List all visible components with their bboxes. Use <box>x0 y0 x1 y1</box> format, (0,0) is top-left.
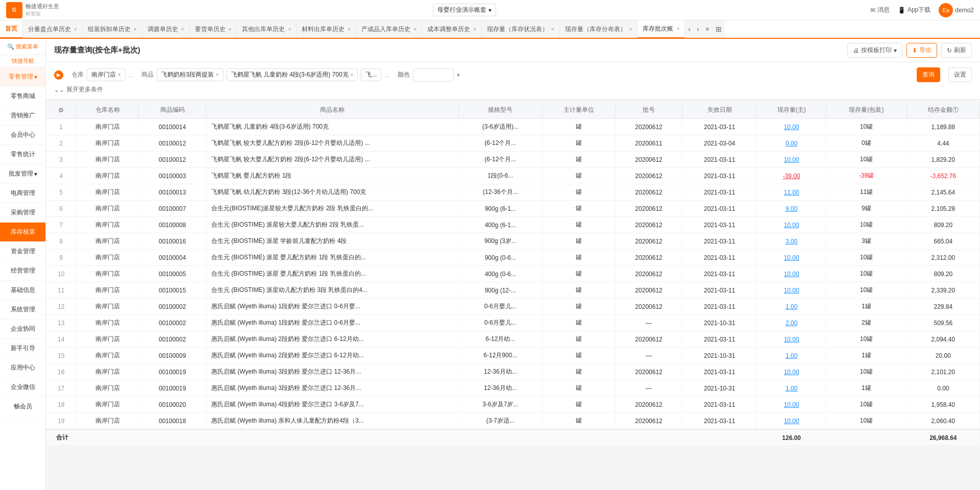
sidebar-item-member[interactable]: 会员中心 <box>0 126 45 145</box>
warehouse-more[interactable]: ... <box>129 72 133 78</box>
row-name: 惠氏启赋 (Wyeth illuma) 亲和人体儿童配方奶粉4段（3... <box>206 413 458 430</box>
tab-close-icon[interactable]: × <box>413 27 416 32</box>
row-amount: 2,145.64 <box>906 184 979 201</box>
tab-close-icon[interactable]: × <box>288 27 291 32</box>
tab-pi-ci[interactable]: 库存批次账 × <box>638 20 685 38</box>
row-qty-pkg: 10罐 <box>826 331 906 348</box>
sidebar-item-purchase[interactable]: 采购管理 <box>0 203 45 223</box>
table-row: 3 南岸门店 00100012 飞鹤星飞帆 较大婴儿配方奶粉 2段(6-12个月… <box>46 152 980 168</box>
tab-chan-pin[interactable]: 产成品入库单历史 × <box>356 20 422 38</box>
tab-next-button[interactable]: › <box>694 20 702 38</box>
col-settings[interactable]: ⚙ <box>46 102 77 119</box>
row-warehouse: 南岸门店 <box>77 266 139 282</box>
refresh-button[interactable]: ↻ 刷新 <box>941 43 972 58</box>
row-qty-main[interactable]: 0.00 <box>757 135 826 152</box>
row-qty-main[interactable]: 10.00 <box>757 413 826 430</box>
sidebar-item-retail-stats[interactable]: 零售统计 <box>0 145 45 164</box>
export-button[interactable]: ⬇ 导出 <box>906 43 937 58</box>
col-unit: 主计量单位 <box>542 102 615 119</box>
tab-fen-pan[interactable]: 分量盘点单历史 × <box>23 20 83 38</box>
row-unit: 罐 <box>542 168 615 184</box>
tab-cai-liao[interactable]: 材料出库单历史 × <box>297 20 356 38</box>
row-qty-main[interactable]: 3.00 <box>757 233 826 250</box>
tab-close-icon[interactable]: × <box>134 27 137 32</box>
expand-more-button[interactable]: ⌄⌄ 展开更多条件 <box>54 85 972 94</box>
row-qty-main[interactable]: -39.00 <box>757 168 826 184</box>
tab-close-icon[interactable]: × <box>229 27 232 32</box>
warehouse-tag-close[interactable]: × <box>118 72 121 78</box>
sidebar-item-member-plus[interactable]: 畅会员 <box>0 397 45 416</box>
app-download-button[interactable]: 📱 App下载 <box>898 6 930 14</box>
tab-close-icon[interactable]: × <box>676 26 679 32</box>
sidebar-item-business[interactable]: 经营管理 <box>0 261 45 281</box>
account-dropdown[interactable]: 母婴行业演示账套 ▾ <box>433 4 496 16</box>
sidebar-quick-nav[interactable]: 快捷导航 <box>0 55 45 67</box>
sidebar-item-wholesale[interactable]: 批发管理 ▾ <box>0 164 45 184</box>
sidebar-item-enterprise-wechat[interactable]: 企业微信 <box>0 378 45 397</box>
row-qty-main[interactable]: 10.00 <box>757 266 826 282</box>
row-name: 飞鹤星飞帆 儿童奶粉 4段(3-6岁适用) 700克 <box>206 119 458 135</box>
tab-close-icon[interactable]: × <box>551 27 554 32</box>
row-qty-main[interactable]: 10.00 <box>757 250 826 266</box>
tab-xian-cun1[interactable]: 现存量（库存状况表） × <box>482 20 560 38</box>
tab-close-icon[interactable]: × <box>181 27 184 32</box>
row-qty-main[interactable]: 10.00 <box>757 152 826 168</box>
row-index: 7 <box>46 217 77 233</box>
tab-zu-chai[interactable]: 组装拆卸单历史 × <box>83 20 142 38</box>
tab-close-icon[interactable]: × <box>629 27 632 32</box>
tab-tiao-bo[interactable]: 调拨单历史 × <box>142 20 190 38</box>
row-qty-main[interactable]: 10.00 <box>757 331 826 348</box>
row-qty-main[interactable]: 10.00 <box>757 282 826 299</box>
tab-home[interactable]: 首页 <box>0 20 23 38</box>
tab-close-all-button[interactable]: × <box>702 20 713 38</box>
sidebar-item-base-info[interactable]: 基础信息 <box>0 281 45 300</box>
row-name: 惠氏启赋 (Wyeth illuma) 1段奶粉 爱尔兰进口 0-6月婴... <box>206 299 458 315</box>
goods-tag-1-close[interactable]: × <box>216 72 219 78</box>
settings-button[interactable]: 设置 <box>948 67 972 82</box>
tab-xian-cun2[interactable]: 现存量（库存分布表） × <box>560 20 638 38</box>
sidebar-item-system[interactable]: 系统管理 <box>0 300 45 320</box>
goods-more[interactable]: ... <box>384 72 389 78</box>
print-button[interactable]: 🖨 按模板打印 ▾ <box>847 43 902 58</box>
row-qty-main[interactable]: 2.00 <box>757 315 826 331</box>
tab-qi-ta[interactable]: 其他出库单历史 × <box>237 20 297 38</box>
row-qty-main[interactable]: 10.00 <box>757 119 826 135</box>
tab-menu-button[interactable]: ⊞ <box>713 20 725 38</box>
sidebar-item-finance[interactable]: 资金管理 <box>0 242 45 261</box>
row-qty-main[interactable]: 11.00 <box>757 184 826 201</box>
row-qty-main[interactable]: 10.00 <box>757 397 826 413</box>
tab-prev-button[interactable]: ‹ <box>685 20 694 38</box>
tab-yao-huo[interactable]: 要货单历史 × <box>190 20 237 38</box>
row-qty-main[interactable]: 9.00 <box>757 201 826 217</box>
row-qty-main[interactable]: 1.00 <box>757 348 826 364</box>
row-qty-main[interactable]: 1.00 <box>757 299 826 315</box>
message-button[interactable]: ✉ 消息 <box>870 6 890 14</box>
row-qty-main[interactable]: 1.00 <box>757 380 826 397</box>
sidebar-search[interactable]: 🔍 搜索菜单 <box>0 39 45 55</box>
goods-tag-2-close[interactable]: × <box>351 72 354 78</box>
sidebar-item-app-center[interactable]: 应用中心 <box>0 358 45 378</box>
color-dropdown-icon[interactable]: ▾ <box>457 71 460 79</box>
query-button[interactable]: 查询 <box>917 67 940 82</box>
sidebar-item-ecommerce[interactable]: 电商管理 <box>0 184 45 203</box>
sidebar-item-marketing[interactable]: 营销推广 <box>0 106 45 126</box>
tab-cheng-ben[interactable]: 成本调整单历史 × <box>422 20 482 38</box>
user-avatar[interactable]: Ea demo2 <box>939 3 974 17</box>
row-qty-main[interactable]: 10.00 <box>757 217 826 233</box>
tab-close-icon[interactable]: × <box>74 27 77 32</box>
sidebar-item-cooperation[interactable]: 企业协同 <box>0 320 45 339</box>
color-input[interactable] <box>413 68 454 82</box>
settings-icon[interactable]: ⚙ <box>58 107 64 114</box>
row-index: 12 <box>46 299 77 315</box>
row-index: 11 <box>46 282 77 299</box>
row-qty-main[interactable]: 10.00 <box>757 364 826 380</box>
sidebar-item-guide[interactable]: 新手引导 <box>0 339 45 358</box>
sidebar-item-retail-mall[interactable]: 零售商城 <box>0 87 45 106</box>
row-spec: 3-6岁及7岁... <box>459 397 542 413</box>
sidebar-item-retail-mgmt[interactable]: 零售管理 ▾ <box>0 67 45 87</box>
sidebar-item-inventory[interactable]: 库存核算 <box>0 223 45 242</box>
tab-close-icon[interactable]: × <box>473 27 476 32</box>
filter-toggle-button[interactable]: ▶ <box>54 70 63 80</box>
tab-close-icon[interactable]: × <box>348 27 351 32</box>
table-row: 14 南岸门店 00100002 惠氏启赋 (Wyeth illuma) 2段奶… <box>46 331 980 348</box>
